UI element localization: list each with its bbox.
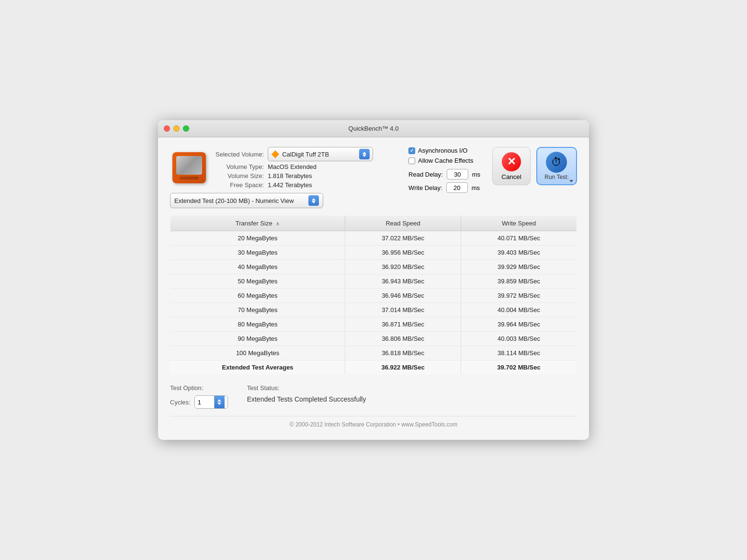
titlebar: QuickBench™ 4.0	[158, 120, 589, 137]
run-btn-inner: ⏱ Run Test:	[544, 152, 568, 180]
view-stepper-up-icon	[312, 198, 316, 201]
drive-icon	[170, 149, 208, 187]
volume-size-label: Volume Size:	[215, 172, 264, 179]
cell-transfer-size: 30 MegaBytes	[170, 246, 345, 260]
volume-stepper[interactable]	[359, 149, 370, 159]
top-section: Selected Volume: 🔶 CalDigit Tuff 2TB	[170, 147, 577, 193]
col-read-speed[interactable]: Read Speed	[345, 216, 461, 231]
minimize-button[interactable]	[173, 125, 180, 132]
cell-transfer-size: 100 MegaBytes	[170, 346, 345, 360]
table-header-row: Transfer Size ∧ Read Speed Write Speed	[170, 216, 577, 231]
cache-effects-checkbox[interactable]	[408, 157, 415, 164]
cell-read-speed: 36.943 MB/Sec	[345, 274, 461, 289]
bottom-section: Test Option: Cycles: Test Status: Extend…	[170, 384, 577, 409]
action-buttons: ✕ Cancel ⏱ Run Test:	[492, 147, 577, 185]
cycles-stepper-down-icon	[217, 403, 221, 405]
avg-label: Extended Test Averages	[170, 360, 345, 375]
write-delay-row: Write Delay: ms	[408, 182, 480, 193]
copyright-text: © 2000-2012 Intech Software Corporation …	[290, 421, 458, 428]
cell-read-speed: 36.956 MB/Sec	[345, 246, 461, 260]
table-row: 80 MegaBytes 36.871 MB/Sec 39.964 MB/Sec	[170, 317, 577, 332]
close-button[interactable]	[164, 125, 170, 132]
cycles-stepper[interactable]	[214, 396, 225, 408]
cell-write-speed: 39.403 MB/Sec	[461, 246, 577, 260]
volume-name: CalDigit Tuff 2TB	[282, 151, 356, 158]
write-delay-input[interactable]	[446, 182, 468, 193]
volume-select-row: 🔶 CalDigit Tuff 2TB	[268, 147, 373, 161]
cache-effects-row: Allow Cache Effects	[408, 157, 480, 164]
cell-transfer-size: 50 MegaBytes	[170, 274, 345, 289]
run-test-button[interactable]: ⏱ Run Test:	[536, 147, 577, 185]
run-dropdown-icon	[569, 180, 573, 182]
averages-row: Extended Test Averages 36.922 MB/Sec 39.…	[170, 360, 577, 375]
cell-write-speed: 39.859 MB/Sec	[461, 274, 577, 289]
cell-write-speed: 40.004 MB/Sec	[461, 303, 577, 317]
test-status-value: Extended Tests Completed Successfully	[247, 395, 366, 403]
window-title: QuickBench™ 4.0	[349, 125, 399, 132]
async-io-checkbox[interactable]	[408, 147, 415, 154]
cycles-label: Cycles:	[170, 399, 191, 406]
device-info-section: Selected Volume: 🔶 CalDigit Tuff 2TB	[170, 147, 373, 189]
table-row: 40 MegaBytes 36.920 MB/Sec 39.929 MB/Sec	[170, 260, 577, 274]
cell-transfer-size: 40 MegaBytes	[170, 260, 345, 274]
cell-read-speed: 36.920 MB/Sec	[345, 260, 461, 274]
window-controls	[164, 125, 189, 132]
cycles-input[interactable]	[195, 397, 214, 408]
volume-info: Selected Volume: 🔶 CalDigit Tuff 2TB	[215, 147, 373, 189]
write-delay-label: Write Delay:	[408, 184, 442, 191]
cell-transfer-size: 80 MegaBytes	[170, 317, 345, 332]
volume-type-value: MacOS Extended	[268, 163, 373, 170]
cell-write-speed: 40.003 MB/Sec	[461, 332, 577, 346]
async-io-row: Asynchronous I/O	[408, 147, 480, 154]
results-table: Transfer Size ∧ Read Speed Write Speed 2…	[170, 215, 577, 375]
cell-write-speed: 39.964 MB/Sec	[461, 317, 577, 332]
cell-read-speed: 36.946 MB/Sec	[345, 289, 461, 303]
checkboxes-delays: Asynchronous I/O Allow Cache Effects Rea…	[408, 147, 480, 193]
cell-write-speed: 39.929 MB/Sec	[461, 260, 577, 274]
cancel-label: Cancel	[501, 173, 521, 180]
maximize-button[interactable]	[183, 125, 189, 132]
cell-read-speed: 36.818 MB/Sec	[345, 346, 461, 360]
cell-read-speed: 36.806 MB/Sec	[345, 332, 461, 346]
async-io-label: Asynchronous I/O	[418, 147, 467, 154]
test-option-label: Test Option:	[170, 384, 228, 392]
table-row: 70 MegaBytes 37.014 MB/Sec 40.004 MB/Sec	[170, 303, 577, 317]
cycles-row: Cycles:	[170, 395, 228, 409]
main-window: QuickBench™ 4.0 Selected Volume: 🔶 CalDi…	[158, 120, 589, 440]
cell-read-speed: 37.014 MB/Sec	[345, 303, 461, 317]
cell-write-speed: 40.071 MB/Sec	[461, 231, 577, 246]
test-status-section: Test Status: Extended Tests Completed Su…	[247, 384, 366, 403]
cancel-button[interactable]: ✕ Cancel	[492, 147, 531, 185]
cycles-stepper-up-icon	[217, 399, 221, 402]
cell-write-speed: 39.972 MB/Sec	[461, 289, 577, 303]
test-option-section: Test Option: Cycles:	[170, 384, 228, 409]
run-test-label: Run Test:	[544, 174, 568, 180]
table-row: 50 MegaBytes 36.943 MB/Sec 39.859 MB/Sec	[170, 274, 577, 289]
read-delay-row: Read Delay: ms	[408, 169, 480, 179]
volume-select-dropdown[interactable]: 🔶 CalDigit Tuff 2TB	[268, 147, 373, 161]
stepper-up-icon	[362, 152, 366, 154]
cell-write-speed: 38.114 MB/Sec	[461, 346, 577, 360]
table-body: 20 MegaBytes 37.022 MB/Sec 40.071 MB/Sec…	[170, 231, 577, 375]
col-write-speed[interactable]: Write Speed	[461, 216, 577, 231]
cancel-icon: ✕	[502, 152, 521, 171]
read-delay-input[interactable]	[447, 169, 468, 179]
avg-write: 39.702 MB/Sec	[461, 360, 577, 375]
delays-section: Read Delay: ms Write Delay: ms	[408, 169, 480, 193]
drive-box-image	[172, 152, 206, 183]
table-row: 20 MegaBytes 37.022 MB/Sec 40.071 MB/Sec	[170, 231, 577, 246]
cache-effects-label: Allow Cache Effects	[418, 157, 473, 164]
avg-read: 36.922 MB/Sec	[345, 360, 461, 375]
col-transfer-size[interactable]: Transfer Size ∧	[170, 216, 345, 231]
content-area: Selected Volume: 🔶 CalDigit Tuff 2TB	[158, 137, 589, 440]
footer: © 2000-2012 Intech Software Corporation …	[170, 416, 577, 430]
test-status-label: Test Status:	[247, 384, 366, 392]
view-stepper[interactable]	[308, 195, 319, 206]
run-test-icon: ⏱	[546, 152, 567, 173]
read-delay-ms: ms	[472, 171, 480, 178]
sort-icon: ∧	[276, 221, 280, 226]
table-row: 60 MegaBytes 36.946 MB/Sec 39.972 MB/Sec	[170, 289, 577, 303]
view-select-dropdown[interactable]: Extended Test (20-100 MB) - Numeric View	[170, 193, 323, 208]
cell-transfer-size: 70 MegaBytes	[170, 303, 345, 317]
table-row: 100 MegaBytes 36.818 MB/Sec 38.114 MB/Se…	[170, 346, 577, 360]
